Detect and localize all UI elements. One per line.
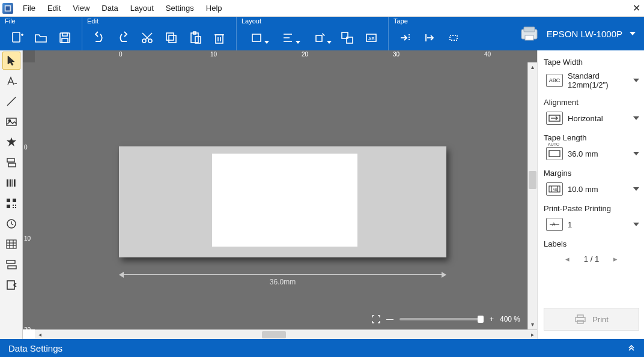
alignment-icon (546, 112, 563, 125)
tool-barcode[interactable] (2, 174, 20, 192)
svg-rect-57 (15, 205, 16, 206)
tool-import[interactable] (2, 276, 20, 294)
svg-marker-44 (7, 137, 16, 146)
menu-layout[interactable]: Layout (124, 2, 160, 14)
tool-layers[interactable] (2, 154, 20, 172)
frame-button[interactable]: AB (362, 28, 381, 47)
scroll-left-icon[interactable]: ◂ (35, 331, 44, 338)
ribbon-group-file-label: File (2, 17, 79, 25)
menu-help[interactable]: Help (200, 2, 228, 14)
save-button[interactable] (55, 28, 74, 47)
tape-label-button[interactable] (444, 28, 463, 47)
ribbon: File Edit Layout AB Tape (0, 17, 644, 50)
scrollbar-horizontal[interactable]: ◂ ▸ (35, 329, 537, 339)
margins-icon: AB (546, 182, 563, 196)
close-icon[interactable]: ✕ (633, 2, 640, 14)
prop-printpaste[interactable]: A 1 (544, 215, 639, 237)
prop-tape-length[interactable]: AUTO 36.0 mm (544, 145, 639, 166)
scroll-up-icon[interactable]: ▴ (528, 62, 537, 72)
margins-value: 10.0 mm (568, 185, 628, 194)
svg-marker-38 (8, 56, 14, 65)
prop-printpaste-label: Print-Paste Printing (544, 204, 639, 213)
tool-shape[interactable] (2, 133, 20, 151)
tool-image[interactable] (2, 113, 20, 131)
ribbon-group-edit-label: Edit (85, 17, 234, 25)
svg-text:A: A (552, 221, 556, 227)
tool-tapes[interactable] (2, 256, 20, 274)
menu-settings[interactable]: Settings (160, 2, 200, 14)
svg-rect-21 (252, 34, 261, 41)
svg-rect-69 (8, 266, 16, 269)
svg-rect-54 (13, 199, 16, 202)
scroll-right-icon[interactable]: ▸ (527, 331, 537, 338)
svg-rect-2 (13, 32, 20, 42)
toolbox (0, 50, 23, 339)
printer-icon (519, 23, 539, 44)
svg-rect-6 (62, 33, 67, 36)
prop-tape-width-label: Tape Width (544, 58, 639, 67)
labels-next-button[interactable]: ▸ (613, 254, 618, 263)
zoom-slider[interactable] (399, 318, 484, 320)
print-button[interactable]: Print (544, 308, 639, 331)
chevron-down-icon (630, 32, 636, 35)
paste-button[interactable] (186, 28, 205, 47)
label-tape[interactable] (119, 146, 446, 257)
zoom-controls: — + 400 % (372, 315, 520, 323)
tool-datetime[interactable] (2, 215, 20, 233)
labels-nav: ◂ 1 / 1 ▸ (544, 251, 639, 272)
prop-margins[interactable]: AB 10.0 mm (544, 180, 639, 202)
ribbon-group-edit: Edit (82, 17, 236, 50)
printer-selector[interactable]: EPSON LW-1000P (508, 17, 644, 50)
tape-width-value1: Standard (568, 71, 628, 80)
scroll-down-icon[interactable]: ▾ (528, 320, 537, 329)
zoom-out-button[interactable]: — (386, 315, 393, 323)
menu-view[interactable]: View (67, 2, 96, 14)
svg-rect-45 (7, 158, 14, 162)
printer-name: EPSON LW-1000P (547, 29, 622, 39)
dimension-value: 36.0mm (119, 278, 446, 286)
collapse-icon[interactable] (627, 343, 636, 351)
arrange-button[interactable] (244, 28, 270, 47)
tool-select[interactable] (2, 52, 20, 70)
menu-edit[interactable]: Edit (41, 2, 67, 14)
svg-rect-59 (15, 207, 16, 208)
menu-file[interactable]: File (17, 2, 41, 14)
tool-text[interactable] (2, 72, 20, 90)
zoom-in-button[interactable]: + (490, 315, 494, 323)
prop-alignment[interactable]: Horizontal (544, 109, 639, 131)
redo-button[interactable] (114, 28, 133, 47)
tape-feed-button[interactable] (396, 28, 415, 47)
fullscreen-icon[interactable] (372, 315, 380, 323)
label-printable-area[interactable] (212, 154, 357, 247)
canvas[interactable]: 36.0mm — + 400 % (35, 62, 527, 329)
rotate-button[interactable] (306, 28, 333, 47)
svg-rect-46 (8, 163, 16, 167)
scrollbar-vertical[interactable]: ▴ ▾ (527, 62, 537, 329)
ribbon-group-tape-label: Tape (391, 17, 468, 25)
menu-data[interactable]: Data (96, 2, 124, 14)
tool-table[interactable] (2, 235, 20, 253)
ruler-h-tick: 0 (119, 51, 123, 58)
group-button[interactable] (338, 28, 357, 47)
tool-line[interactable] (2, 92, 20, 110)
svg-rect-53 (7, 199, 10, 202)
copy-button[interactable] (162, 28, 181, 47)
align-button[interactable] (275, 28, 302, 47)
labels-prev-button[interactable]: ◂ (565, 254, 570, 263)
tape-cut-button[interactable] (420, 28, 439, 47)
new-button[interactable] (7, 28, 26, 47)
undo-button[interactable] (90, 28, 109, 47)
delete-button[interactable] (210, 28, 229, 47)
chevron-down-icon (633, 79, 639, 82)
cut-button[interactable] (138, 28, 157, 47)
print-icon (574, 314, 586, 325)
open-button[interactable] (31, 28, 50, 47)
svg-line-62 (11, 224, 13, 225)
bottom-bar[interactable]: Data Settings (0, 339, 644, 357)
svg-rect-56 (13, 205, 14, 206)
ruler-v-tick: 0 (24, 144, 28, 151)
prop-tape-width[interactable]: ABC Standard 12mm(1/2") (544, 69, 639, 95)
tool-qrcode[interactable] (2, 194, 20, 212)
tape-width-icon: ABC (546, 74, 563, 87)
prop-margins-label: Margins (544, 169, 639, 178)
